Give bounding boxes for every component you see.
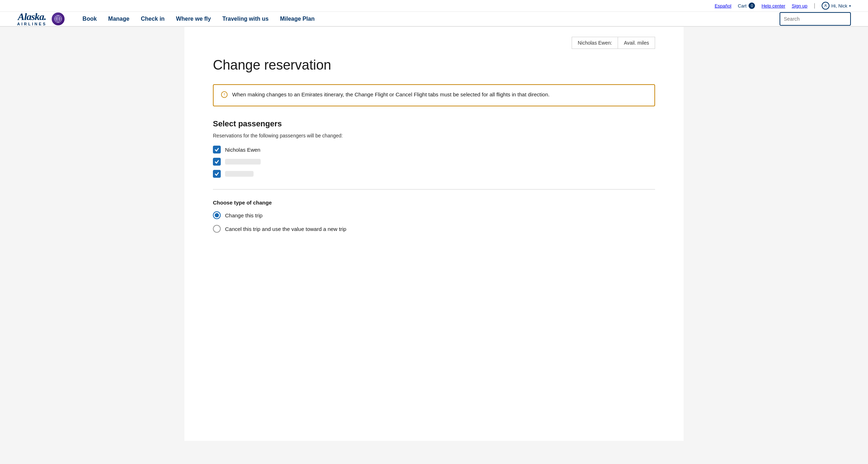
page-content: Nicholas Ewen: Avail. miles Change reser…	[184, 27, 684, 441]
nav-mileage-plan[interactable]: Mileage Plan	[275, 13, 320, 25]
alert-text: When making changes to an Emirates itine…	[232, 91, 550, 99]
nav-check-in[interactable]: Check in	[136, 13, 170, 25]
radio-change-trip[interactable]: Change this trip	[213, 211, 655, 219]
alaska-airlines-logo[interactable]: Alaska. AIRLINES	[17, 12, 47, 26]
svg-point-7	[224, 96, 225, 96]
logo-airlines-text: AIRLINES	[17, 22, 47, 26]
navigation: Español Cart 0 Help center Sign up | Hi,…	[0, 0, 868, 27]
main-nav: Alaska. AIRLINES Book Manage Check in Wh…	[0, 12, 868, 26]
svg-point-0	[825, 4, 826, 6]
change-type-section: Choose type of change Change this trip C…	[213, 200, 655, 233]
radio-cancel-trip-label: Cancel this trip and use the value towar…	[225, 226, 346, 232]
page-title: Change reservation	[213, 57, 655, 73]
help-center-link[interactable]: Help center	[761, 3, 785, 9]
select-passengers-title: Select passengers	[213, 119, 655, 128]
search-button[interactable]	[850, 13, 851, 25]
nav-book[interactable]: Book	[77, 13, 102, 25]
user-icon	[822, 2, 829, 10]
passenger-list: Nicholas Ewen	[213, 146, 655, 178]
radio-cancel-trip[interactable]: Cancel this trip and use the value towar…	[213, 225, 655, 233]
logo-alaska-text: Alaska.	[18, 12, 46, 22]
passenger-name-box: Nicholas Ewen:	[572, 37, 618, 49]
nav-traveling-with-us[interactable]: Traveling with us	[217, 13, 274, 25]
avail-miles-box: Avail. miles	[618, 37, 655, 49]
divider-bar: |	[814, 2, 815, 9]
chevron-down-icon: ▾	[849, 4, 851, 8]
passenger-2-checkbox[interactable]	[213, 158, 221, 166]
passenger-3-name	[225, 171, 254, 177]
nav-where-we-fly[interactable]: Where we fly	[171, 13, 216, 25]
search-box[interactable]	[780, 12, 851, 26]
logo-area: Alaska. AIRLINES	[17, 12, 65, 26]
sign-up-link[interactable]: Sign up	[792, 3, 807, 9]
alert-icon	[221, 91, 228, 100]
nav-links: Book Manage Check in Where we fly Travel…	[77, 13, 780, 25]
search-input[interactable]	[780, 13, 850, 25]
radio-change-trip-button[interactable]	[213, 211, 221, 219]
avail-miles-label: Avail. miles	[624, 40, 649, 46]
cart-link[interactable]: Cart 0	[738, 2, 755, 9]
radio-change-trip-label: Change this trip	[225, 212, 262, 218]
nav-manage[interactable]: Manage	[103, 13, 134, 25]
select-passengers-subtitle: Reservations for the following passenger…	[213, 133, 655, 138]
utility-bar: Español Cart 0 Help center Sign up | Hi,…	[0, 0, 868, 12]
passenger-name-label: Nicholas Ewen:	[578, 40, 612, 46]
passenger-3-checkbox[interactable]	[213, 170, 221, 178]
passenger-1-checkbox[interactable]	[213, 146, 221, 153]
passenger-item-3	[213, 170, 655, 178]
passenger-item-1: Nicholas Ewen	[213, 146, 655, 153]
oneworld-logo	[52, 12, 65, 25]
user-menu[interactable]: Hi, Nick ▾	[822, 2, 851, 10]
radio-cancel-trip-button[interactable]	[213, 225, 221, 233]
passenger-1-name: Nicholas Ewen	[225, 147, 260, 153]
alert-box: When making changes to an Emirates itine…	[213, 84, 655, 106]
section-divider	[213, 189, 655, 190]
passenger-item-2	[213, 158, 655, 166]
passenger-2-name	[225, 159, 261, 165]
passenger-info-row: Nicholas Ewen: Avail. miles	[213, 37, 655, 49]
cart-count: 0	[749, 2, 755, 9]
change-type-title: Choose type of change	[213, 200, 655, 206]
espanol-link[interactable]: Español	[715, 3, 731, 9]
